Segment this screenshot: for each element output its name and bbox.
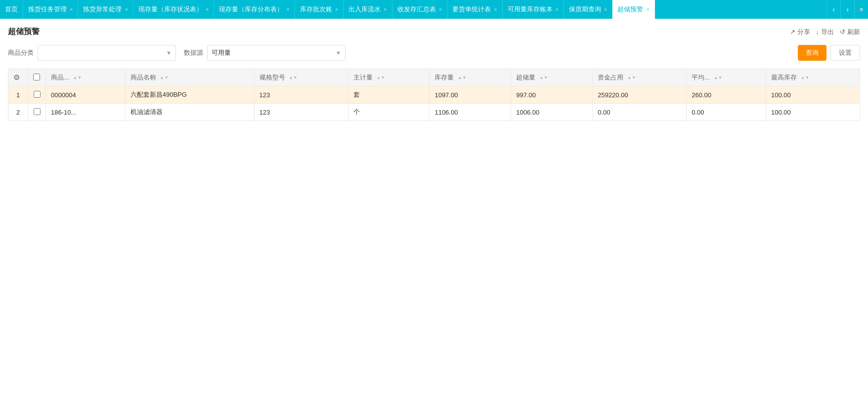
sort-icon: ▲▼ [539,76,548,80]
page-title: 超储预警 [8,27,40,37]
row-checkbox-cell[interactable] [28,104,46,121]
header-checkbox-cell[interactable] [28,69,46,86]
chevron-down-icon: ▼ [336,50,341,56]
row-over-stock: 997.00 [511,86,593,104]
sort-icon: ▲▼ [714,76,723,80]
export-button[interactable]: ↓ 导出 [816,28,834,37]
datasource-value: 可用量 [212,48,231,57]
datasource-select[interactable]: 可用量 ▼ [207,45,346,61]
refresh-icon: ↺ [840,28,845,36]
row-over-stock: 1006.00 [511,104,593,121]
sort-icon: ▲▼ [289,76,298,80]
data-table: ⚙ 商品... ▲▼ 商品名称 ▲▼ 规格型号 ▲▼ 主计 [8,69,860,121]
filter-area: 商品分类 ▼ 数据源 可用量 ▼ 查询 设置 [8,45,860,61]
nav-exception[interactable]: 拣货异常处理 × [78,0,133,19]
close-icon[interactable]: × [494,6,497,12]
nav-inventory-dist[interactable]: 现存量（库存分布表） × [214,0,295,19]
sort-icon: ▲▼ [801,76,810,80]
header-product-code[interactable]: 商品... ▲▼ [46,69,126,86]
row-capital: 0.00 [593,104,687,121]
row-checkbox-cell[interactable] [28,86,46,104]
sort-icon: ▲▼ [627,76,636,80]
header-actions: ↗ 分享 ↓ 导出 ↺ 刷新 [790,28,861,37]
close-icon[interactable]: × [556,6,559,12]
datasource-filter-group: 数据源 可用量 ▼ [184,45,346,61]
nav-inout-flow[interactable]: 出入库流水 × [344,0,392,19]
row-stock: 1106.00 [430,104,511,121]
share-icon: ↗ [790,28,795,36]
filter-action-buttons: 查询 设置 [798,45,860,61]
sort-icon: ▲▼ [458,76,467,80]
row-max-stock: 100.00 [766,86,860,104]
close-icon[interactable]: × [604,6,607,12]
header-stock[interactable]: 库存量 ▲▼ [430,69,511,86]
table-row: 2 186-10... 机油滤清器 123 个 1106.00 1006.00 … [8,104,860,121]
settings-button[interactable]: 设置 [830,45,860,61]
row-product-code: 186-10... [46,104,126,121]
header-product-name[interactable]: 商品名称 ▲▼ [125,69,254,86]
row-product-name: 机油滤清器 [125,104,254,121]
gear-icon: ⚙ [13,73,20,81]
nav-expiry[interactable]: 保质期查询 × [564,0,612,19]
header-unit[interactable]: 主计量 ▲▼ [348,69,430,86]
close-icon[interactable]: × [206,6,209,12]
sort-icon: ▲▼ [376,76,385,80]
top-navigation: 首页 拣货任务管理 × 拣货异常处理 × 现存量（库存状况表） × 现存量（库存… [0,0,868,19]
close-icon[interactable]: × [335,6,338,12]
row-number: 2 [8,104,28,121]
nav-home[interactable]: 首页 [0,0,23,19]
row-max-stock: 100.00 [766,104,860,121]
close-icon[interactable]: × [70,6,73,12]
row-checkbox[interactable] [34,91,41,98]
page-content: 超储预警 ↗ 分享 ↓ 导出 ↺ 刷新 商品分类 ▼ 数据源 [0,19,868,395]
header-spec[interactable]: 规格型号 ▲▼ [254,69,348,86]
datasource-label: 数据源 [184,48,203,57]
share-button[interactable]: ↗ 分享 [790,28,810,37]
header-gear[interactable]: ⚙ [8,69,28,86]
row-spec: 123 [254,86,348,104]
nav-arrows: ‹ › × [826,0,868,19]
sort-icon: ▲▼ [160,76,169,80]
nav-next-button[interactable]: › [840,0,854,19]
query-button[interactable]: 查询 [798,45,826,61]
row-checkbox[interactable] [34,108,41,115]
page-header: 超储预警 ↗ 分享 ↓ 导出 ↺ 刷新 [8,27,860,37]
row-spec: 123 [254,104,348,121]
nav-task-mgmt[interactable]: 拣货任务管理 × [23,0,78,19]
row-product-name: 六配套新昌490BPG [125,86,254,104]
export-icon: ↓ [816,28,820,36]
category-label: 商品分类 [8,48,34,57]
nav-prev-button[interactable]: ‹ [826,0,840,19]
table-header-row: ⚙ 商品... ▲▼ 商品名称 ▲▼ 规格型号 ▲▼ 主计 [8,69,860,86]
category-select[interactable]: ▼ [38,45,176,61]
close-icon[interactable]: × [384,6,387,12]
sort-icon: ▲▼ [73,76,82,80]
row-product-code: 0000004 [46,86,126,104]
refresh-button[interactable]: ↺ 刷新 [840,28,860,37]
nav-available-stock[interactable]: 可用量库存账本 × [503,0,564,19]
row-capital: 259220.00 [593,86,687,104]
row-unit: 个 [348,104,430,121]
nav-close-button[interactable]: × [854,0,868,19]
nav-inventory-status[interactable]: 现存量（库存状况表） × [133,0,214,19]
chevron-down-icon: ▼ [166,50,172,56]
row-unit: 套 [348,86,430,104]
header-avg[interactable]: 平均... ▲▼ [687,69,766,86]
category-filter-group: 商品分类 ▼ [8,45,176,61]
nav-batch[interactable]: 库存批次账 × [295,0,344,19]
row-number: 1 [8,86,28,104]
header-max-stock[interactable]: 最高库存 ▲▼ [766,69,860,86]
header-capital[interactable]: 资金占用 ▲▼ [593,69,687,86]
nav-order-stats[interactable]: 要货单统计表 × [447,0,502,19]
row-stock: 1097.00 [430,86,511,104]
select-all-checkbox[interactable] [33,74,40,80]
table-row: 1 0000004 六配套新昌490BPG 123 套 1097.00 997.… [8,86,860,104]
nav-overstock[interactable]: 超储预警 × [612,0,654,19]
close-icon[interactable]: × [646,6,649,12]
nav-summary[interactable]: 收发存汇总表 × [392,0,447,19]
close-icon[interactable]: × [125,6,128,12]
header-over-stock[interactable]: 超储量 ▲▼ [511,69,593,86]
close-icon[interactable]: × [439,6,442,12]
row-avg: 260.00 [687,86,766,104]
close-icon[interactable]: × [286,6,289,12]
